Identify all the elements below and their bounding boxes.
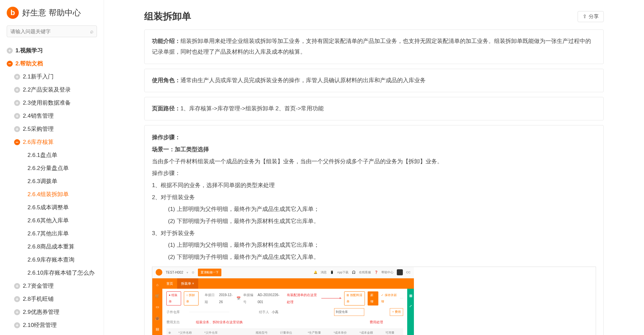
plus-icon: +	[14, 283, 20, 289]
steps-sub: 操作步骤：	[152, 167, 596, 179]
nav-2-7[interactable]: +2.7资金管理	[7, 279, 97, 292]
role-label: 使用角色：	[152, 77, 180, 83]
plus-icon: +	[14, 100, 20, 106]
intro-label: 功能介绍：	[152, 38, 180, 44]
intro-text: 组装拆卸单用来处理企业组装或拆卸等加工业务，支持有固定装配清单的产品加工业务，也…	[152, 38, 591, 55]
nav-2-5[interactable]: +2.5采购管理	[7, 122, 97, 135]
path-box: 页面路径：1、库存核算->库存管理->组装拆卸单 2、首页->常用功能	[144, 97, 604, 120]
help-icon: ❓	[374, 269, 378, 276]
nav-help-docs[interactable]: −2.帮助文档	[7, 57, 97, 70]
save-button: ✓ 保存并新增	[381, 292, 397, 305]
tool-icon: ▦	[409, 292, 412, 299]
fee-button: + 费用	[390, 308, 403, 316]
nav-2-4[interactable]: +2.4销售管理	[7, 109, 97, 122]
app-logo-icon	[156, 269, 162, 276]
nav-2-6-10[interactable]: 2.6.10库存账本错了怎么办	[7, 266, 97, 279]
file-icon: ▤	[156, 325, 159, 333]
search-input[interactable]	[7, 25, 97, 37]
logo-icon: b	[7, 7, 19, 19]
nav-2-6[interactable]: −2.6库存核算	[7, 135, 97, 149]
site-title: 好生意 帮助中心	[22, 7, 81, 18]
dest-field: 到货仓库	[334, 308, 364, 316]
nav-2-6-3[interactable]: 2.6.3调拨单	[7, 175, 97, 188]
nav-2-1[interactable]: +2.1新手入门	[7, 70, 97, 83]
app-sidebar: ⌂ 🛒 ▭ 👜 ▤ 💳	[152, 278, 162, 335]
plus-icon: +	[7, 48, 13, 54]
path-text: 1、库存核算->库存管理->组装拆卸单 2、首页->常用功能	[180, 105, 324, 112]
search-box: ⌕	[7, 25, 97, 37]
nav-2-6-1[interactable]: 2.6.1盘点单	[7, 149, 97, 162]
plus-icon: +	[14, 113, 20, 119]
path-label: 页面路径：	[152, 105, 180, 112]
intro-box: 功能介绍：组装拆卸单用来处理企业组装或拆卸等加工业务，支持有固定装配清单的产品加…	[144, 30, 604, 64]
step-2: 2、对于组装业务	[152, 191, 596, 204]
phone-icon: 📱	[330, 269, 334, 276]
main-content: 组装拆卸单 ⇪分享 功能介绍：组装拆卸单用来处理企业组装或拆卸等加工业务，支持有…	[104, 0, 644, 335]
plus-icon: +	[14, 126, 20, 132]
calendar-icon: 📅	[236, 295, 240, 302]
split-chip: ○ 拆卸单	[184, 291, 199, 305]
nav-2-3[interactable]: +2.3使用前数据准备	[7, 96, 97, 109]
close-icon: ×	[192, 282, 194, 285]
nav-2-10[interactable]: +2.10经营管理	[7, 319, 97, 332]
minus-icon: −	[7, 61, 13, 67]
tab-doc: 拆装单 ×	[177, 278, 198, 289]
expand-icon: ⤢	[409, 302, 412, 310]
plus-icon: +	[14, 322, 20, 328]
search-icon[interactable]: ⌕	[90, 29, 94, 35]
nav-2-9[interactable]: +2.9优惠券管理	[7, 305, 97, 319]
step-2a: (1) 上部明细为父件明细，最终作为产成品生成其它入库单；	[152, 203, 596, 215]
tab-home: 首页	[162, 278, 177, 289]
dropdown-icon: ▾	[186, 269, 188, 276]
scene-desc: 当由多个子件材料组装成一个成品的业务为【组装】业务，当由一个父件拆分成多个子产品…	[152, 156, 596, 168]
assemble-chip: ● 组装单	[166, 291, 181, 305]
new-button: 新增	[368, 291, 378, 305]
cart-icon: 🛒	[155, 292, 160, 300]
nav-2-8[interactable]: +2.8手机旺铺	[7, 292, 97, 305]
plus-icon: +	[14, 87, 20, 93]
nav-2-2[interactable]: +2.2产品安装及登录	[7, 83, 97, 96]
note-switch: 组装业务、拆卸业务在这里切换	[196, 319, 243, 326]
plus-icon: +	[14, 296, 20, 302]
step-3b: (2) 下部明细为子件明细，最终作为产成品生成其它入库单。	[152, 251, 596, 263]
step-3a: (1) 上部明细为父件明细，最终作为原材料生成其它出库单；	[152, 239, 596, 251]
steps-section: 操作步骤： 场景一：加工类型选择 当由多个子件材料组装成一个成品的业务为【组装】…	[144, 125, 604, 335]
scene-title: 场景一：加工类型选择	[152, 144, 596, 156]
nav-2-6-4[interactable]: 2.6.4组装拆卸单	[7, 188, 97, 201]
step-3: 3、对于拆装业务	[152, 227, 596, 239]
nav-2-6-5[interactable]: 2.6.5成本调整单	[7, 201, 97, 214]
note-fee: 费用处理	[370, 319, 383, 326]
plus-icon: +	[14, 309, 20, 315]
box-icon: ▭	[156, 303, 159, 311]
nav-2-6-8[interactable]: 2.6.8商品成本重算	[7, 240, 97, 253]
nav-2-6-2[interactable]: 2.6.2分量盘点单	[7, 162, 97, 175]
step-2b: (2) 下部明细为子件明细，最终作为原材料生成其它出库单。	[152, 215, 596, 227]
role-box: 使用角色：通常由生产人员或库管人员完成拆装业务的操作，库管人员确认原材料的出库和…	[144, 69, 604, 92]
role-text: 通常由生产人员或库管人员完成拆装业务的操作，库管人员确认原材料的出库和产成品的入…	[180, 77, 426, 83]
parent-table: ⊕*父件名称*父件仓库规格型号计量单位*生产数量*成本单价*成本金额可用量 1商…	[166, 328, 403, 335]
screenshot-illustration: TEST-H002 ▾ ⚙ 置顶帖做一下 🔔消息 📱App下载 🎧在线客服 ❓帮…	[152, 267, 596, 335]
page-header: 组装拆卸单 ⇪分享	[144, 10, 604, 23]
nav-video[interactable]: +1.视频学习	[7, 44, 97, 57]
top-promo-button: 置顶帖做一下	[198, 269, 221, 276]
plus-icon: +	[14, 74, 20, 80]
step-1: 1、根据不同的业务，选择不同单据的类型来处理	[152, 179, 596, 191]
minus-icon: −	[14, 139, 20, 145]
bag-icon: 👜	[155, 314, 160, 322]
sidebar: b 好生意 帮助中心 ⌕ +1.视频学习 −2.帮助文档 +2.1新手入门 +2…	[0, 0, 104, 335]
tenant-name: TEST-H002	[166, 269, 183, 276]
nav-2-6-7[interactable]: 2.6.7其他出库单	[7, 227, 97, 240]
nav-tree: +1.视频学习 −2.帮助文档 +2.1新手入门 +2.2产品安装及登录 +2.…	[7, 44, 97, 335]
share-icon: ⇪	[583, 13, 587, 19]
nav-2-6-9[interactable]: 2.6.9库存账本查询	[7, 253, 97, 266]
nav-2-11[interactable]: +2.11打印设置	[7, 332, 97, 335]
more-icon: ⋯	[400, 295, 403, 302]
steps-title: 操作步骤：	[152, 131, 596, 144]
site-logo-row: b 好生意 帮助中心	[7, 7, 97, 19]
right-toolbar: ▦ ⤢	[407, 289, 414, 335]
home-icon: ⌂	[156, 281, 159, 289]
nav-2-6-6[interactable]: 2.6.6其他入库单	[7, 214, 97, 227]
avatar-icon	[397, 269, 403, 275]
gear-icon: ⚙	[192, 269, 195, 276]
share-button[interactable]: ⇪分享	[578, 11, 604, 22]
